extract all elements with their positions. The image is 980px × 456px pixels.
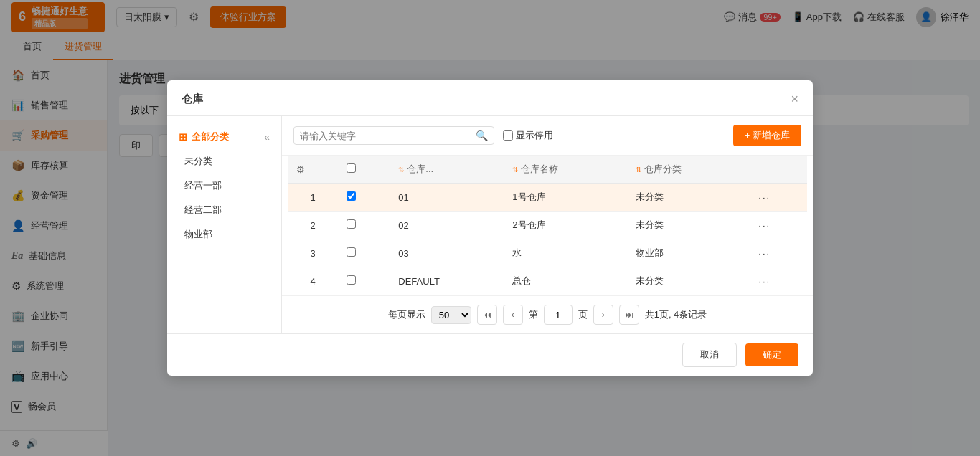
grid-icon: ⊞ — [179, 131, 187, 143]
row-name: 2号仓库 — [504, 212, 627, 239]
row-code: 03 — [390, 239, 504, 267]
row-actions[interactable]: ··· — [750, 212, 807, 239]
prev-page-button[interactable]: ‹ — [503, 305, 523, 325]
per-page-label: 每页显示 — [388, 308, 425, 321]
row-checkbox[interactable] — [347, 219, 356, 229]
first-page-button[interactable]: ⏮ — [477, 305, 497, 325]
modal-body: ⊞ 全部分类 « 未分类 经营一部 经营二部 物业部 — [167, 116, 813, 333]
row-checkbox-cell — [338, 239, 390, 267]
show-disabled-label[interactable]: 显示停用 — [503, 129, 553, 142]
table-row[interactable]: 3 03 水 物业部 ··· — [288, 239, 807, 267]
th-settings: ⚙ — [288, 156, 338, 184]
category-panel: ⊞ 全部分类 « 未分类 经营一部 经营二部 物业部 — [167, 116, 282, 333]
modal-title: 仓库 — [182, 92, 203, 106]
total-records-label: 共1页, 4条记录 — [645, 308, 707, 321]
search-icon: 🔍 — [476, 130, 488, 141]
row-checkbox-cell — [338, 267, 390, 295]
table-container: ⚙ ⇅仓库... ⇅仓库名称 ⇅仓库分类 1 01 1号仓库 未分 — [282, 156, 813, 295]
warehouse-table: ⚙ ⇅仓库... ⇅仓库名称 ⇅仓库分类 1 01 1号仓库 未分 — [288, 156, 807, 295]
cancel-button[interactable]: 取消 — [682, 343, 737, 367]
category-property[interactable]: 物业部 — [167, 222, 281, 247]
th-category[interactable]: ⇅仓库分类 — [627, 156, 750, 184]
row-checkbox[interactable] — [347, 191, 356, 201]
all-categories-item[interactable]: ⊞ 全部分类 « — [167, 125, 281, 149]
content-panel: 🔍 显示停用 + 新增仓库 ⚙ — [282, 116, 813, 333]
row-name: 水 — [504, 239, 627, 267]
row-checkbox-cell — [338, 184, 390, 212]
modal-overlay: 仓库 × ⊞ 全部分类 « 未分类 经营一部 经营二部 — [0, 0, 980, 456]
table-body: 1 01 1号仓库 未分类 ··· 2 02 2号仓库 未分类 ··· 3 03… — [288, 184, 807, 295]
row-code: 01 — [390, 184, 504, 212]
select-all-checkbox[interactable] — [347, 163, 356, 173]
add-warehouse-button[interactable]: + 新增仓库 — [733, 125, 801, 146]
warehouse-modal: 仓库 × ⊞ 全部分类 « 未分类 经营一部 经营二部 — [167, 80, 813, 376]
row-category: 物业部 — [627, 239, 750, 267]
pagination: 每页显示 50 20 100 ⏮ ‹ 第 页 › ⏭ 共1页, 4条记录 — [282, 295, 813, 333]
modal-footer: 取消 确定 — [167, 333, 813, 376]
row-category: 未分类 — [627, 184, 750, 212]
modal-header: 仓库 × — [167, 80, 813, 116]
row-checkbox[interactable] — [347, 247, 356, 257]
show-disabled-checkbox[interactable] — [503, 130, 513, 141]
row-actions[interactable]: ··· — [750, 239, 807, 267]
row-actions[interactable]: ··· — [750, 267, 807, 295]
table-row[interactable]: 2 02 2号仓库 未分类 ··· — [288, 212, 807, 239]
row-category: 未分类 — [627, 267, 750, 295]
next-page-button[interactable]: › — [593, 305, 613, 325]
collapse-button[interactable]: « — [264, 131, 270, 143]
row-code: 02 — [390, 212, 504, 239]
row-num: 4 — [288, 267, 338, 295]
confirm-button[interactable]: 确定 — [745, 343, 798, 366]
table-header: ⚙ ⇅仓库... ⇅仓库名称 ⇅仓库分类 — [288, 156, 807, 184]
search-box: 🔍 — [293, 126, 494, 145]
th-actions — [750, 156, 807, 184]
row-num: 3 — [288, 239, 338, 267]
th-checkbox — [338, 156, 390, 184]
table-row[interactable]: 1 01 1号仓库 未分类 ··· — [288, 184, 807, 212]
sort-icon-category: ⇅ — [636, 166, 641, 174]
sort-icon-name: ⇅ — [512, 166, 518, 174]
row-checkbox-cell — [338, 212, 390, 239]
all-categories-label: 全部分类 — [192, 130, 229, 143]
th-name[interactable]: ⇅仓库名称 — [504, 156, 627, 184]
page-label: 第 — [529, 308, 538, 321]
row-category: 未分类 — [627, 212, 750, 239]
row-num: 1 — [288, 184, 338, 212]
search-input[interactable] — [300, 130, 471, 141]
row-code: DEFAULT — [390, 267, 504, 295]
row-checkbox[interactable] — [347, 275, 356, 285]
row-num: 2 — [288, 212, 338, 239]
row-actions[interactable]: ··· — [750, 184, 807, 212]
modal-close-button[interactable]: × — [791, 92, 798, 107]
page-number-input[interactable] — [544, 305, 573, 325]
th-code[interactable]: ⇅仓库... — [390, 156, 504, 184]
per-page-select[interactable]: 50 20 100 — [431, 306, 471, 324]
sort-icon-code: ⇅ — [398, 166, 404, 174]
page-suffix: 页 — [578, 308, 588, 321]
row-name: 1号仓库 — [504, 184, 627, 212]
category-unclassified[interactable]: 未分类 — [167, 149, 281, 174]
last-page-button[interactable]: ⏭ — [619, 305, 639, 325]
table-header-row: ⚙ ⇅仓库... ⇅仓库名称 ⇅仓库分类 — [288, 156, 807, 184]
category-ops1[interactable]: 经营一部 — [167, 174, 281, 198]
category-ops2[interactable]: 经营二部 — [167, 198, 281, 222]
table-row[interactable]: 4 DEFAULT 总仓 未分类 ··· — [288, 267, 807, 295]
row-name: 总仓 — [504, 267, 627, 295]
content-toolbar: 🔍 显示停用 + 新增仓库 — [282, 116, 813, 156]
